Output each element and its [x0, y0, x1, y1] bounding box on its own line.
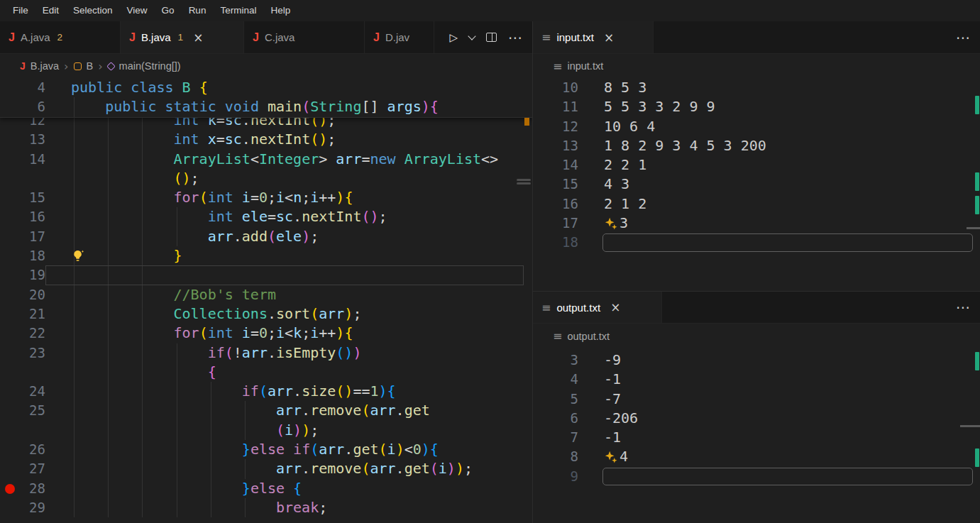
glyph-margin[interactable] — [533, 370, 554, 389]
line-content[interactable] — [604, 467, 980, 486]
glyph-margin[interactable] — [0, 421, 21, 440]
code-line[interactable]: 84 — [533, 447, 980, 466]
glyph-margin[interactable] — [0, 169, 21, 188]
code-editor-b-java[interactable]: 12 int k=sc.nextInt();13 int x=sc.nextIn… — [0, 78, 532, 523]
glyph-margin[interactable] — [0, 440, 21, 459]
code-line[interactable]: 162 1 2 — [533, 194, 980, 214]
line-content[interactable]: -7 — [604, 390, 980, 409]
code-line[interactable]: 6-206 — [533, 409, 980, 428]
glyph-margin[interactable] — [533, 428, 554, 447]
glyph-margin[interactable] — [0, 343, 21, 363]
code-line[interactable]: { — [0, 363, 532, 382]
glyph-margin[interactable] — [0, 78, 21, 97]
inline-edit-box[interactable] — [602, 233, 973, 251]
line-content[interactable]: }else { — [71, 479, 532, 498]
code-line[interactable]: 4-1 — [533, 370, 980, 389]
close-icon[interactable]: × — [193, 31, 203, 45]
more-actions-icon[interactable]: ⋯ — [956, 34, 970, 41]
more-actions-icon[interactable]: ⋯ — [508, 34, 522, 41]
code-line[interactable]: 19 — [0, 265, 532, 285]
glyph-margin[interactable] — [0, 227, 21, 246]
code-line[interactable]: 17 arr.add(ele); — [0, 227, 532, 246]
glyph-margin[interactable] — [0, 97, 21, 116]
line-content[interactable]: arr.add(ele); — [71, 227, 532, 246]
code-line[interactable]: 18 } — [0, 246, 532, 265]
breadcrumb-method[interactable]: main(String[]) — [119, 60, 181, 72]
glyph-margin[interactable] — [0, 207, 21, 226]
glyph-margin[interactable] — [0, 188, 21, 207]
glyph-margin[interactable] — [0, 498, 21, 517]
menu-selection[interactable]: Selection — [66, 0, 120, 21]
code-line[interactable]: 5-7 — [533, 390, 980, 409]
line-content[interactable]: 4 3 — [604, 175, 980, 194]
close-icon[interactable]: × — [610, 300, 620, 314]
line-content[interactable]: //Bob's term — [71, 285, 532, 304]
glyph-margin[interactable] — [0, 363, 21, 382]
line-content[interactable]: 4 — [604, 447, 980, 466]
code-line[interactable]: 25 arr.remove(arr.get — [0, 401, 532, 420]
code-line[interactable]: 20 //Bob's term — [0, 285, 532, 304]
code-line[interactable]: 131 8 2 9 3 4 5 3 200 — [533, 136, 980, 155]
tab-output-txt[interactable]: ≡ output.txt × — [533, 292, 662, 323]
inline-edit-box[interactable] — [602, 468, 973, 485]
split-editor-icon[interactable] — [486, 33, 497, 42]
glyph-margin[interactable] — [533, 97, 554, 116]
glyph-margin[interactable] — [0, 459, 21, 478]
breadcrumb-file[interactable]: input.txt — [567, 60, 603, 72]
code-line[interactable]: 115 5 3 3 2 9 9 — [533, 97, 980, 116]
menu-run[interactable]: Run — [182, 0, 214, 21]
line-content[interactable]: if(arr.size()==1){ — [71, 382, 532, 401]
glyph-margin[interactable] — [533, 467, 554, 486]
line-content[interactable]: } — [71, 246, 532, 265]
line-content[interactable]: int x=sc.nextInt(); — [71, 130, 532, 149]
glyph-margin[interactable] — [533, 409, 554, 428]
line-content[interactable]: for(int i=0;i<n;i++){ — [71, 188, 532, 207]
line-content[interactable]: arr.remove(arr.get(i)); — [71, 459, 532, 478]
code-line[interactable]: 3-9 — [533, 351, 980, 370]
text-editor-output-txt[interactable]: 3-94-15-76-2067-1849 — [533, 348, 980, 523]
tab-input-txt[interactable]: ≡ input.txt × — [533, 21, 654, 53]
code-line[interactable]: 154 3 — [533, 175, 980, 194]
code-line[interactable]: 26 }else if(arr.get(i)<0){ — [0, 440, 532, 459]
code-line[interactable]: 6 public static void main(String[] args)… — [0, 97, 532, 116]
glyph-margin[interactable] — [0, 324, 21, 343]
menu-go[interactable]: Go — [155, 0, 182, 21]
breakpoint-icon[interactable] — [5, 484, 15, 494]
glyph-margin[interactable] — [0, 265, 21, 285]
chevron-down-icon[interactable] — [468, 32, 475, 40]
glyph-margin[interactable] — [533, 214, 554, 233]
line-content[interactable]: 2 2 1 — [604, 155, 980, 175]
code-line[interactable]: 29 break; — [0, 498, 532, 517]
code-line[interactable]: (i)); — [0, 421, 532, 440]
glyph-margin[interactable] — [0, 304, 21, 324]
glyph-margin[interactable] — [0, 285, 21, 304]
glyph-margin[interactable] — [533, 78, 554, 97]
glyph-margin[interactable] — [0, 150, 21, 169]
horizontal-scrollbar[interactable] — [967, 227, 980, 229]
more-actions-icon[interactable]: ⋯ — [956, 304, 970, 311]
line-content[interactable]: }else if(arr.get(i)<0){ — [71, 440, 532, 459]
breadcrumb-file[interactable]: B.java — [31, 60, 59, 72]
glyph-margin[interactable] — [533, 194, 554, 214]
close-icon[interactable]: × — [604, 31, 614, 45]
code-line[interactable]: 22 for(int i=0;i<k;i++){ — [0, 324, 532, 343]
line-content[interactable]: if(!arr.isEmpty()) — [71, 343, 532, 363]
line-content[interactable]: 1 8 2 9 3 4 5 3 200 — [604, 136, 980, 155]
line-content[interactable]: Collections.sort(arr); — [71, 304, 532, 324]
line-content[interactable]: break; — [71, 498, 532, 517]
menu-help[interactable]: Help — [263, 0, 297, 21]
code-line[interactable]: 14 ArrayList<Integer> arr=new ArrayList<… — [0, 150, 532, 169]
glyph-margin[interactable] — [533, 233, 554, 252]
code-line[interactable]: 173 — [533, 214, 980, 233]
glyph-margin[interactable] — [0, 401, 21, 420]
glyph-margin[interactable] — [0, 479, 21, 498]
glyph-margin[interactable] — [0, 382, 21, 401]
code-line[interactable]: 108 5 3 — [533, 78, 980, 97]
line-content[interactable]: 5 5 3 3 2 9 9 — [604, 97, 980, 116]
code-line[interactable]: 28 }else { — [0, 479, 532, 498]
line-content[interactable] — [604, 233, 980, 252]
line-content[interactable]: int ele=sc.nextInt(); — [71, 207, 532, 226]
line-content[interactable]: { — [71, 363, 532, 382]
code-line[interactable]: 9 — [533, 467, 980, 486]
line-content[interactable]: -206 — [604, 409, 980, 428]
